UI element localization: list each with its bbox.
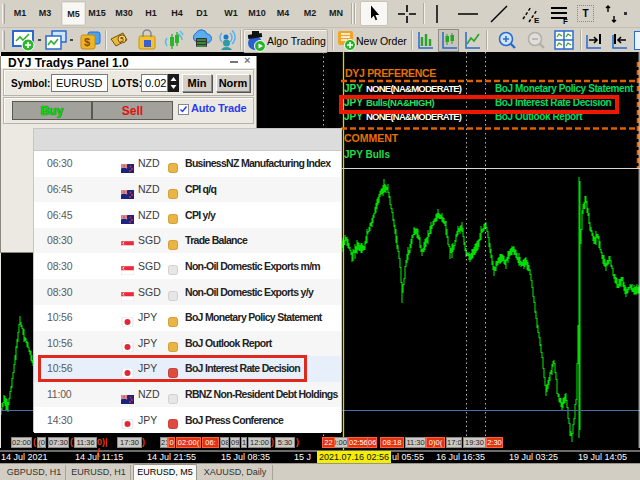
svg-text:5: 5 bbox=[120, 36, 124, 43]
svg-text:$: $ bbox=[84, 36, 90, 48]
svg-text:E: E bbox=[534, 16, 540, 25]
svg-text:F: F bbox=[563, 17, 568, 25]
